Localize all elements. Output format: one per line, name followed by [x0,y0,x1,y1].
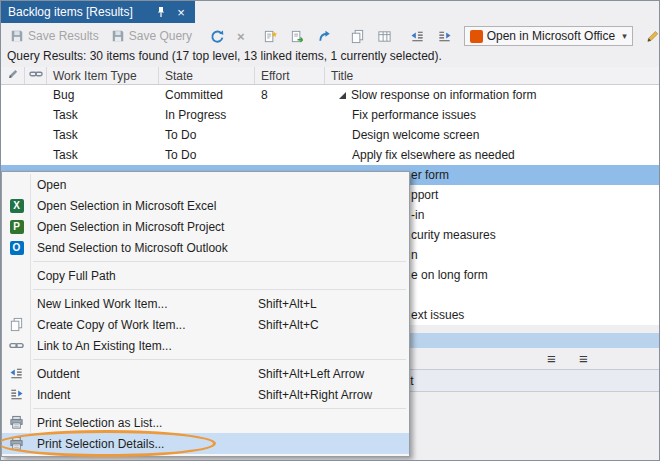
outdent-button[interactable] [404,26,431,47]
pin-icon[interactable] [154,5,168,19]
excel-icon: X [5,199,28,213]
column-header-state[interactable]: State [159,67,255,84]
menu-item-outdent[interactable]: Outdent Shift+Alt+Left Arrow [2,363,409,384]
type-cell: Task [47,108,159,122]
state-cell: Committed [159,88,255,102]
open-in-new-tab-button[interactable] [284,26,311,47]
title-cell: Fix performance issues [325,108,659,122]
menu-item-print-selection-as-list[interactable]: Print Selection as List... [2,412,409,433]
tab-backlog-items-results[interactable]: Backlog items [Results] × [1,1,195,23]
menu-lines-icon[interactable]: ≡ [579,350,588,367]
menu-item-label: New Linked Work Item... [37,297,168,311]
title-text: Apply fix elsewhere as needed [352,148,515,162]
menu-item-label: Open Selection in Microsoft Excel [37,199,216,213]
query-results-window: Backlog items [Results] × Save Results S… [0,0,660,461]
title-fragment: e on long form [411,268,488,282]
edit-query-button[interactable]: Edit Query [639,26,660,47]
office-icon [470,30,483,43]
menu-item-send-selection-to-outlook[interactable]: O Send Selection to Microsoft Outlook [2,237,409,258]
close-icon[interactable]: × [174,5,188,19]
state-cell: In Progress [159,108,255,122]
type-cell: Task [47,128,159,142]
copy-results-button[interactable] [344,26,371,47]
cancel-button[interactable]: × [231,26,251,47]
copy-icon [350,29,365,44]
title-text: Slow response on information form [351,88,536,102]
menu-item-label: Send Selection to Microsoft Outlook [37,241,228,255]
save-icon [111,29,125,43]
menu-item-label: Print Selection as List... [37,416,162,430]
menu-item-print-selection-details[interactable]: Print Selection Details... [2,433,409,454]
expander-icon[interactable] [339,92,346,99]
outdent-icon [410,29,425,44]
menu-item-new-linked-work-item[interactable]: New Linked Work Item... Shift+Alt+L [2,293,409,314]
column-options-icon [377,29,392,44]
menu-item-label: Create Copy of Work Item... [37,318,186,332]
title-fragment: curity measures [411,228,496,242]
menu-item-link-to-existing-item[interactable]: Link to An Existing Item... [2,335,409,356]
project-icon: P [5,220,28,234]
menu-item-create-copy-of-work-item[interactable]: Create Copy of Work Item... Shift+Alt+C [2,314,409,335]
menu-item-label: Outdent [37,367,80,381]
refresh-button[interactable] [204,26,231,47]
rerun-query-icon [317,29,332,44]
table-row[interactable]: Task In Progress Fix performance issues [1,105,659,125]
indent-button[interactable] [431,26,458,47]
table-row[interactable]: Bug Committed 8 Slow response on informa… [1,85,659,105]
save-query-label: Save Query [129,29,192,43]
printer-icon [5,436,28,451]
excel-letter: X [10,199,24,213]
title-cell: Design welcome screen [325,128,659,142]
menu-item-open[interactable]: Open [2,174,409,195]
title-fragment: er form [411,168,449,182]
new-work-item-button[interactable] [257,26,284,47]
grid-header: Work Item Type State Effort Title [1,67,659,85]
printer-icon [5,415,28,430]
outlook-icon: O [5,241,28,255]
title-cell: Slow response on information form [325,88,659,102]
column-options-button[interactable] [371,26,398,47]
project-letter: P [10,220,24,234]
pencil-icon [7,68,19,83]
menu-item-open-selection-in-project[interactable]: P Open Selection in Microsoft Project [2,216,409,237]
title-cell: Apply fix elsewhere as needed [325,148,659,162]
cancel-icon: × [237,29,245,44]
state-cell: To Do [159,148,255,162]
edit-query-icon [645,29,660,44]
menu-lines-icon[interactable]: ≡ [547,350,556,367]
menu-item-copy-full-path[interactable]: Copy Full Path [2,265,409,286]
title-text: Design welcome screen [352,128,479,142]
table-row[interactable]: Task To Do Design welcome screen [1,125,659,145]
column-header-title[interactable]: Title [325,67,659,84]
menu-item-shortcut: Shift+Alt+Left Arrow [258,367,364,381]
new-work-item-icon [263,29,278,44]
menu-item-label: Print Selection Details... [37,437,164,451]
edit-column-header[interactable] [1,67,25,84]
save-results-button[interactable]: Save Results [4,26,105,46]
tab-title: Backlog items [Results] [8,5,148,19]
menu-separator [33,359,406,360]
column-header-effort[interactable]: Effort [255,67,325,84]
link-icon [5,338,28,353]
title-fragment: n [411,248,418,262]
rerun-query-button[interactable] [311,26,338,47]
menu-separator [33,408,406,409]
link-column-header[interactable] [25,67,47,84]
save-query-button[interactable]: Save Query [105,26,198,46]
outlook-letter: O [10,241,24,255]
menu-item-shortcut: Shift+Alt+Right Arrow [258,388,372,402]
menu-item-open-selection-in-excel[interactable]: X Open Selection in Microsoft Excel [2,195,409,216]
column-header-work-item-type[interactable]: Work Item Type [47,67,159,84]
indent-icon [437,29,452,44]
menu-item-label: Open [37,178,66,192]
type-cell: Bug [47,88,159,102]
open-in-new-tab-icon [290,29,305,44]
copy-icon [5,317,28,332]
menu-item-label: Copy Full Path [37,269,116,283]
table-row[interactable]: Task To Do Apply fix elsewhere as needed [1,145,659,165]
toolbar: Save Results Save Query × [1,23,659,49]
menu-item-indent[interactable]: Indent Shift+Alt+Right Arrow [2,384,409,405]
menu-item-shortcut: Shift+Alt+C [258,318,319,332]
title-fragment: -in [411,208,424,222]
open-in-microsoft-office-button[interactable]: Open in Microsoft Office ▾ [464,26,633,46]
